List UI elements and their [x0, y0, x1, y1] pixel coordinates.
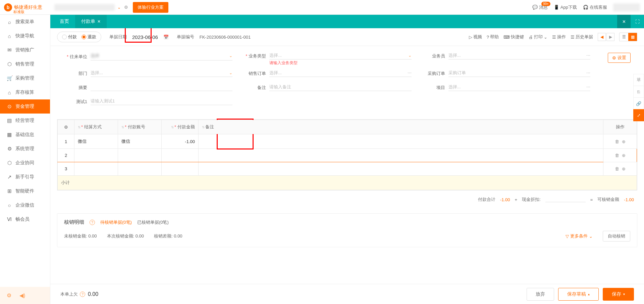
- sidebar-item-8[interactable]: ▦基础信息: [0, 128, 50, 142]
- sidebar-item-14[interactable]: Ⅵ畅会员: [0, 212, 50, 226]
- tab-close-all[interactable]: ✕: [617, 15, 631, 28]
- more-icon: ⋯: [586, 85, 590, 89]
- col-remark[interactable]: ⇅备注: [199, 120, 603, 134]
- sidebar-item-4[interactable]: 🛒采购管理: [0, 71, 50, 85]
- service-link[interactable]: 🎧 在线客服: [583, 4, 607, 10]
- verify-amount-value: -1.00: [624, 197, 634, 202]
- add-icon[interactable]: ⊕: [622, 139, 626, 144]
- help-link[interactable]: ? 帮助: [487, 34, 499, 40]
- info-icon[interactable]: ?: [90, 220, 95, 225]
- settings-button[interactable]: ⚙ 设置: [608, 53, 631, 63]
- sales-order-label: 销售订单: [243, 71, 266, 77]
- more-icon: ⋯: [586, 53, 590, 58]
- float-attach-icon[interactable]: 🔗: [633, 97, 644, 110]
- diff-amount: 核销差额: 0.00: [154, 233, 182, 239]
- totals-line: 付款合计 -1.00 + 现金折扣: = 可核销金额 -1.00: [50, 190, 644, 209]
- table-row[interactable]: 2🗑⊕: [58, 149, 637, 162]
- info-icon[interactable]: ?: [80, 292, 85, 297]
- doc-actions: ▷ 视频 ? 帮助 ⌨ 快捷键 🖨 打印 ⌄ ☰ 操作 ☰ 历史单据 ◀ ▶ ☰…: [469, 33, 637, 41]
- abandon-button[interactable]: 放弃: [527, 288, 554, 301]
- tab-fullscreen[interactable]: ⛶: [631, 15, 644, 28]
- float-copy-icon[interactable]: ⎘: [633, 86, 644, 98]
- more-conditions[interactable]: ▽ 更多条件 ⌄: [566, 233, 593, 239]
- sidebar-item-7[interactable]: ▤经营管理: [0, 114, 50, 128]
- col-ops: 操作: [603, 120, 637, 134]
- view-list[interactable]: ☰: [620, 33, 628, 41]
- col-account[interactable]: ⇅付款账号: [118, 120, 162, 134]
- gear-icon[interactable]: ⚙: [124, 5, 128, 10]
- sales-order-input[interactable]: ⋯: [269, 70, 411, 77]
- summary-input[interactable]: [91, 84, 232, 91]
- col-settle[interactable]: ⇅结算方式: [74, 120, 118, 134]
- table-row[interactable]: 3🗑⊕: [58, 162, 637, 176]
- delete-icon[interactable]: 🗑: [615, 139, 619, 144]
- verification-section: 核销明细 ? 待核销单据(0笔) 已核销单据(0笔) 未核销金额: 0.00 本…: [57, 213, 637, 247]
- delete-icon[interactable]: 🗑: [615, 166, 619, 171]
- history-link[interactable]: ☰ 历史单据: [571, 34, 593, 40]
- hotkey-link[interactable]: ⌨ 快捷键: [503, 34, 524, 40]
- sidebar-item-1[interactable]: ⌂快捷导航: [0, 29, 50, 43]
- nav-icon: ↗: [7, 174, 12, 180]
- app-download-link[interactable]: 📱 App下载: [554, 4, 577, 10]
- pending-tab[interactable]: 待核销单据(0笔): [100, 219, 132, 225]
- radio-pay[interactable]: 付款: [60, 33, 79, 41]
- float-draft-icon[interactable]: 草: [633, 74, 644, 86]
- add-icon[interactable]: ⊕: [622, 166, 626, 171]
- chevron-down-icon: ⌄: [408, 53, 412, 58]
- chevron-down-icon: ⌄: [229, 53, 232, 58]
- partner-input[interactable]: 选择 ⌄: [91, 53, 232, 60]
- auto-verify-button[interactable]: 自动核销: [603, 231, 630, 242]
- sidebar-item-3[interactable]: ⬡销售管理: [0, 57, 50, 71]
- chevron-down-icon: ⌄: [117, 5, 121, 10]
- org-selector[interactable]: ⌄: [54, 4, 121, 11]
- prev-doc[interactable]: ◀: [598, 33, 606, 41]
- test1-label: 测试1: [64, 99, 87, 105]
- date-value[interactable]: 2023-06-06: [132, 34, 158, 40]
- view-detail[interactable]: ▦: [628, 33, 637, 41]
- done-tab[interactable]: 已核销单据(0笔): [137, 219, 169, 225]
- sidebar-item-12[interactable]: ⊞智能硬件: [0, 184, 50, 198]
- video-link[interactable]: ▷ 视频: [469, 34, 482, 40]
- test1-input[interactable]: [91, 98, 232, 105]
- biztype-input[interactable]: ⌄ 请输入业务类型: [269, 53, 411, 59]
- save-draft-button[interactable]: 保存草稿▴: [558, 288, 599, 301]
- ops-link[interactable]: ☰ 操作: [552, 34, 566, 40]
- tab-payment[interactable]: 付款单 ✕: [75, 15, 107, 28]
- sidebar-item-13[interactable]: ○企业微信: [0, 198, 50, 212]
- next-doc[interactable]: ▶: [606, 33, 614, 41]
- print-link[interactable]: 🖨 打印 ⌄: [529, 34, 547, 40]
- settings-icon[interactable]: ⚙: [7, 292, 11, 299]
- messages-link[interactable]: 💬 消息 99+: [532, 4, 548, 10]
- sidebar-item-10[interactable]: ⬡企业协同: [0, 156, 50, 170]
- discount-input[interactable]: [545, 197, 586, 202]
- purchase-order-input[interactable]: ⋯: [448, 70, 590, 77]
- table-row[interactable]: 1微信微信-1.00🗑⊕: [58, 134, 637, 149]
- dept-label: 部门: [64, 71, 87, 77]
- logo-icon: b: [4, 3, 12, 11]
- view-toggle: ☰ ▦: [619, 33, 637, 41]
- sidebar-item-0[interactable]: ⌕搜索菜单: [0, 15, 50, 29]
- collapse-icon[interactable]: ◀): [19, 292, 25, 299]
- add-icon[interactable]: ⊕: [622, 153, 626, 158]
- avatar[interactable]: [613, 3, 640, 11]
- sidebar-item-2[interactable]: ✉营销推广: [0, 43, 50, 57]
- remark-input[interactable]: [269, 84, 411, 91]
- sidebar-item-11[interactable]: ↗新手引导: [0, 170, 50, 184]
- sidebar-item-9[interactable]: ⚙系统管理: [0, 142, 50, 156]
- float-expand-icon[interactable]: ⤢: [633, 109, 644, 121]
- delete-icon[interactable]: 🗑: [615, 153, 619, 158]
- save-button[interactable]: 保存▾: [603, 288, 634, 301]
- table-settings-icon[interactable]: ⚙: [58, 120, 74, 134]
- experience-button[interactable]: 体验行业方案: [133, 2, 168, 13]
- tabs-bar: 首页 付款单 ✕ ✕ ⛶: [50, 15, 644, 28]
- close-icon[interactable]: ✕: [97, 19, 101, 24]
- clerk-input[interactable]: ⋯: [448, 53, 590, 59]
- calendar-icon[interactable]: 📅: [163, 35, 169, 40]
- dept-input[interactable]: ⌄: [91, 70, 232, 77]
- project-input[interactable]: ⋯: [448, 84, 590, 91]
- sidebar-item-6[interactable]: ⊙资金管理: [0, 99, 50, 114]
- radio-refund[interactable]: 退款: [79, 33, 98, 41]
- sidebar-item-5[interactable]: ⌂库存核算: [0, 85, 50, 99]
- tab-home[interactable]: 首页: [54, 15, 75, 28]
- col-amount[interactable]: ⇅付款金额: [162, 120, 199, 134]
